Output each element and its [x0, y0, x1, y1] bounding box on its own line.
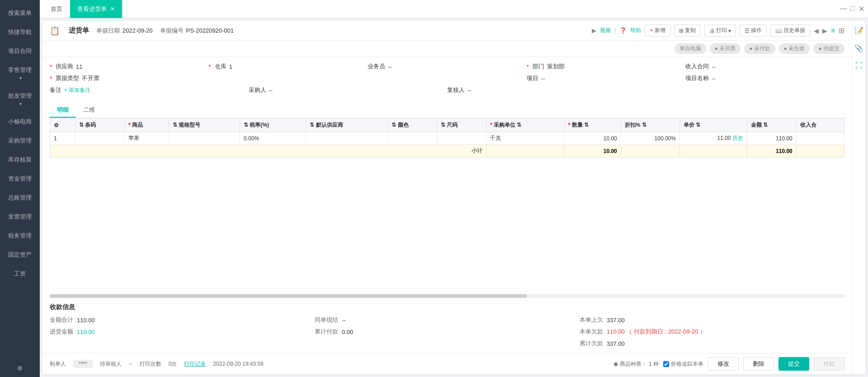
- help-link[interactable]: 帮助: [630, 27, 641, 34]
- view-grid-icon[interactable]: ⊞: [839, 26, 844, 35]
- cell-default-supplier[interactable]: [306, 132, 388, 145]
- operate-icon: ☰: [745, 28, 750, 34]
- maximize-btn[interactable]: □: [850, 5, 855, 13]
- sidebar-item-retail-mgmt[interactable]: 零售管理: [0, 61, 40, 86]
- project-label: 项目: [527, 74, 538, 82]
- th-qty: * 数量 ⇅: [564, 119, 621, 132]
- price-tracking-field[interactable]: 价格追踪本单: [663, 360, 703, 368]
- print-btn[interactable]: 🖨 打印 ▾: [704, 24, 736, 37]
- dept-group: * 部门 策划部: [527, 62, 686, 71]
- warehouse-value[interactable]: 1: [229, 63, 232, 70]
- edit-right-icon[interactable]: 📝: [853, 24, 865, 37]
- project-name-value[interactable]: --: [712, 75, 716, 82]
- print-arrow-icon: ▾: [728, 28, 731, 34]
- delete-btn[interactable]: 删除: [743, 357, 774, 371]
- purchase-amount-label: 进货金额: [50, 328, 73, 336]
- view-list-icon[interactable]: ≡: [831, 27, 835, 35]
- subtotal-qty: 10.00: [564, 145, 621, 157]
- product-type-field: ◉ 商品种类： 1 种: [613, 360, 659, 368]
- cumulative-paid-label: 累计付款: [315, 328, 338, 336]
- print-record-link[interactable]: 打印记录: [184, 360, 206, 368]
- history-link[interactable]: 历史: [732, 135, 743, 141]
- sidebar-item-tax-mgmt[interactable]: 税务管理: [0, 226, 40, 245]
- tab-home[interactable]: 首页: [43, 0, 70, 18]
- staff-value[interactable]: --: [388, 63, 392, 70]
- close-btn[interactable]: ✕: [859, 5, 864, 13]
- not-effective-pill[interactable]: ● 未生效: [779, 43, 810, 54]
- total-amount-value: 110.00: [77, 317, 95, 324]
- sidebar-item-ecommerce[interactable]: 小畅电商: [0, 112, 40, 131]
- tab-view-purchase[interactable]: 查看进货单 ✕: [70, 0, 123, 18]
- from-pc-label: 来自电脑: [679, 45, 701, 52]
- nav-right-icon[interactable]: ▶: [822, 27, 827, 34]
- dept-value[interactable]: 策划部: [547, 62, 565, 71]
- project-value[interactable]: --: [541, 75, 545, 82]
- income-contract-value[interactable]: --: [712, 63, 716, 70]
- tab-2d[interactable]: 二维: [76, 103, 102, 118]
- history-label: 历史单据: [783, 27, 805, 34]
- table-wrapper: ⚙ ⇅ 条码 * 商品: [42, 118, 852, 294]
- minimize-btn[interactable]: —: [840, 5, 847, 13]
- sidebar-item-label: 资金管理: [2, 175, 38, 183]
- cell-color[interactable]: [388, 132, 437, 145]
- clip-right-icon[interactable]: 📎: [853, 42, 865, 54]
- sidebar-item-wholesale-mgmt[interactable]: 批发管理: [0, 86, 40, 112]
- cell-tax-rate[interactable]: 0.00%: [240, 132, 306, 145]
- cell-barcode[interactable]: [75, 132, 125, 145]
- add-remark-btn[interactable]: + 添加备注: [64, 86, 90, 94]
- copy-btn[interactable]: ⊞ 复制: [674, 24, 701, 37]
- dept-label: 部门: [533, 62, 544, 71]
- nav-left-icon[interactable]: ◀: [814, 27, 819, 34]
- cell-qty[interactable]: 10.00: [564, 132, 621, 145]
- creator-value: ****: [73, 360, 93, 368]
- cell-discount[interactable]: 100.00%: [621, 132, 679, 145]
- expand-right-icon[interactable]: ⛶: [854, 60, 864, 72]
- reviewer-value[interactable]: --: [467, 87, 472, 94]
- sidebar-item-search-menu[interactable]: 搜索菜单: [0, 4, 40, 23]
- not-invoiced-pill[interactable]: ● 未开票: [710, 43, 741, 54]
- sidebar-item-quick-nav[interactable]: 快捷导航: [0, 23, 40, 42]
- footer: 制单人 **** 待审核人 -- 打印次数 0次 打印记录 2022-09-20…: [42, 353, 852, 374]
- from-pc-pill[interactable]: 来自电脑: [675, 43, 706, 54]
- video-link[interactable]: 视频: [600, 27, 611, 34]
- th-spec: ⇅ 规格型号: [169, 119, 240, 132]
- operate-btn[interactable]: ☰ 操作: [740, 24, 767, 37]
- cell-size[interactable]: [437, 132, 486, 145]
- sidebar-item-invoice-mgmt[interactable]: 发票管理: [0, 207, 40, 226]
- due-date-value: 2022-09-20: [668, 328, 698, 335]
- tab-close-btn[interactable]: ✕: [110, 6, 115, 12]
- supplier-group: * 供应商 11: [50, 62, 209, 71]
- sidebar-item-fixed-assets[interactable]: 固定资产: [0, 245, 40, 264]
- footer-actions: ◉ 商品种类： 1 种 价格追踪本单 修改 删除 提交 付款: [613, 357, 844, 371]
- submit-btn[interactable]: 提交: [778, 357, 809, 371]
- cell-income-link[interactable]: [796, 132, 844, 145]
- th-settings[interactable]: ⚙: [50, 119, 75, 132]
- not-paid-pill[interactable]: ● 未付款: [744, 43, 775, 54]
- price-tracking-checkbox[interactable]: [663, 361, 669, 367]
- supplier-value[interactable]: 11: [76, 63, 82, 70]
- ticket-type-value[interactable]: 不开票: [82, 74, 99, 82]
- cell-spec[interactable]: [169, 132, 240, 145]
- sidebar-item-inventory-calc[interactable]: 库存核算: [0, 150, 40, 169]
- sidebar-item-purchase-mgmt[interactable]: 采购管理: [0, 131, 40, 150]
- sidebar-item-salary[interactable]: 工资: [0, 264, 40, 283]
- pay-btn[interactable]: 付款: [814, 357, 844, 371]
- sidebar-item-capital-mgmt[interactable]: 资金管理: [0, 169, 40, 188]
- tab-detail[interactable]: 明细: [50, 103, 76, 118]
- cell-product[interactable]: 苹果: [124, 132, 169, 145]
- sidebar-item-project-contract[interactable]: 项目合同: [0, 42, 40, 61]
- new-btn[interactable]: + 新增: [645, 24, 670, 37]
- cell-unit[interactable]: 千克: [486, 132, 564, 145]
- sidebar-item-general-ledger[interactable]: 总账管理: [0, 188, 40, 207]
- history-btn[interactable]: 📖 历史单据: [770, 24, 810, 37]
- th-unit-price: 单价 ⇅: [679, 119, 747, 132]
- sidebar-settings-btn[interactable]: ⚙: [0, 359, 40, 377]
- modify-btn[interactable]: 修改: [708, 357, 739, 371]
- subtotal-amount: 110.00: [747, 145, 796, 157]
- th-tax-rate: ⇅ 税率(%): [240, 119, 306, 132]
- sort-icon: ⇅: [441, 122, 445, 128]
- buyer-value[interactable]: --: [269, 87, 273, 94]
- pending-submit-pill[interactable]: ● 待提交: [813, 43, 844, 54]
- purchase-table: ⚙ ⇅ 条码 * 商品: [50, 118, 844, 157]
- scroll-indicator[interactable]: [50, 294, 844, 298]
